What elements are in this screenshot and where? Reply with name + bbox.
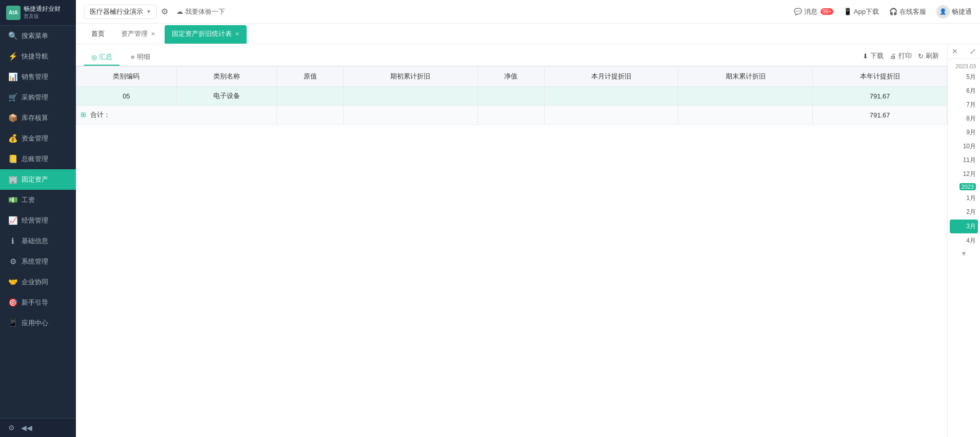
panel-expand-icon[interactable]: ⤢ — [970, 47, 976, 55]
sub-tab-summary-label: 汇总 — [99, 52, 112, 62]
sidebar-label-inventory: 库存核算 — [22, 113, 48, 123]
table-summary-row: ⊞ 合计： 791.67 — [76, 106, 947, 125]
date-month-5[interactable]: 5月 — [948, 70, 980, 84]
sidebar-item-basic-info[interactable]: ℹ 基础信息 — [0, 231, 76, 251]
tab-fixed-asset-depreciation[interactable]: 固定资产折旧统计表 ✕ — [165, 25, 247, 44]
sidebar-item-cooperation[interactable]: 🤝 企业协同 — [0, 272, 76, 292]
date-month-4[interactable]: 4月 — [948, 234, 980, 248]
message-badge: 99+ — [821, 8, 833, 15]
cell-monthly — [544, 87, 678, 106]
sidebar-nav: 🔍 搜索菜单 ⚡ 快捷导航 📊 销售管理 🛒 采购管理 📦 库存核算 💰 资金管… — [0, 26, 76, 418]
summary-expand-icon[interactable]: ⊞ — [81, 111, 86, 118]
content-main: ◎ 汇总 ≡ 明细 ⬇ 下载 🖨 打印 — [76, 44, 947, 437]
cell-net — [477, 87, 544, 106]
sidebar-label-app-center: 应用中心 — [22, 319, 48, 328]
tab-asset-management[interactable]: 资产管理 ✕ — [114, 25, 163, 44]
date-month-8[interactable]: 8月 — [948, 112, 980, 126]
date-month-11[interactable]: 11月 — [948, 153, 980, 167]
quick-nav-icon: ⚡ — [8, 52, 17, 61]
company-selector[interactable]: 医疗器械行业演示 ▼ — [84, 5, 157, 19]
message-label: 消息 — [804, 7, 817, 16]
sidebar: AtA 畅捷通好业财 普及版 🔍 搜索菜单 ⚡ 快捷导航 📊 销售管理 🛒 采购… — [0, 0, 76, 437]
panel-close-icon[interactable]: ✕ — [952, 47, 958, 55]
refresh-icon: ↻ — [918, 52, 924, 60]
date-month-3-active[interactable]: 3月 — [950, 220, 978, 233]
sidebar-item-guide[interactable]: 🎯 新手引导 — [0, 292, 76, 313]
sidebar-collapse-icon[interactable]: ◀◀ — [21, 424, 32, 432]
company-name: 医疗器械行业演示 — [90, 7, 143, 16]
refresh-button[interactable]: ↻ 刷新 — [918, 51, 939, 61]
download-icon: ⬇ — [863, 52, 868, 60]
experience-button[interactable]: ☁ 我要体验一下 — [176, 7, 227, 16]
tab-home[interactable]: 首页 — [84, 25, 112, 44]
date-month-6[interactable]: 6月 — [948, 84, 980, 98]
table-row[interactable]: 05 电子设备 791.67 — [76, 87, 947, 106]
capital-icon: 💰 — [8, 134, 17, 143]
sidebar-item-app-center[interactable]: 📱 应用中心 — [0, 313, 76, 333]
download-button[interactable]: ⬇ 下载 — [863, 51, 884, 61]
sidebar-item-system[interactable]: ⚙ 系统管理 — [0, 251, 76, 272]
sub-tab-summary[interactable]: ◎ 汇总 — [84, 49, 119, 66]
sidebar-label-purchase: 采购管理 — [22, 93, 48, 102]
sidebar-label-system: 系统管理 — [22, 257, 48, 266]
table-container: 类别编码 类别名称 原值 期初累计折旧 净值 本月计提折旧 期末累计折旧 本年计… — [76, 66, 947, 437]
sidebar-label-fixed-asset: 固定资产 — [22, 175, 48, 184]
sidebar-label-ledger: 总账管理 — [22, 154, 48, 164]
date-month-10[interactable]: 10月 — [948, 140, 980, 153]
col-header-annual: 本年计提折旧 — [813, 67, 947, 87]
col-header-end: 期末累计折旧 — [678, 67, 813, 87]
depreciation-table: 类别编码 类别名称 原值 期初累计折旧 净值 本月计提折旧 期末累计折旧 本年计… — [76, 66, 947, 125]
sidebar-item-quick-nav[interactable]: ⚡ 快捷导航 — [0, 46, 76, 67]
user-profile[interactable]: 👤 畅捷通 — [936, 5, 972, 18]
sidebar-item-salary[interactable]: 💵 工资 — [0, 190, 76, 210]
sidebar-item-capital[interactable]: 💰 资金管理 — [0, 128, 76, 149]
sidebar-item-sales[interactable]: 📊 销售管理 — [0, 67, 76, 87]
col-header-initial: 期初累计折旧 — [344, 67, 478, 87]
sidebar-label-guide: 新手引导 — [22, 298, 48, 307]
sidebar-item-ledger[interactable]: 📒 总账管理 — [0, 149, 76, 169]
sidebar-item-management[interactable]: 📈 经营管理 — [0, 210, 76, 231]
search-icon: 🔍 — [8, 31, 17, 41]
online-service-action[interactable]: 🎧 在线客服 — [889, 7, 926, 16]
year-2023-badge[interactable]: 2023 — [959, 183, 976, 190]
date-month-12[interactable]: 12月 — [948, 167, 980, 181]
sidebar-settings-icon[interactable]: ⚙ — [8, 424, 15, 432]
cell-original — [277, 87, 344, 106]
download-label: 下载 — [870, 51, 884, 61]
app-center-icon: 📱 — [8, 319, 17, 328]
header-settings-icon[interactable]: ⚙ — [161, 7, 168, 16]
sidebar-item-fixed-asset[interactable]: 🏢 固定资产 — [0, 169, 76, 190]
app-version: 普及版 — [24, 13, 61, 20]
col-header-net: 净值 — [477, 67, 544, 87]
app-download-action[interactable]: 📱 App下载 — [844, 7, 879, 16]
date-month-1[interactable]: 1月 — [948, 191, 980, 205]
sidebar-item-search[interactable]: 🔍 搜索菜单 — [0, 26, 76, 46]
sidebar-item-inventory[interactable]: 📦 库存核算 — [0, 108, 76, 128]
app-logo: AtA 畅捷通好业财 普及版 — [0, 0, 76, 26]
message-action[interactable]: 💬 消息 99+ — [794, 7, 833, 16]
print-button[interactable]: 🖨 打印 — [890, 51, 912, 61]
tab-depreciation-label: 固定资产折旧统计表 — [172, 29, 232, 38]
scroll-down-icon[interactable]: ▼ — [948, 248, 980, 260]
tab-depreciation-close-icon[interactable]: ✕ — [235, 31, 239, 37]
summary-icon: ◎ — [91, 53, 97, 61]
cell-initial — [344, 87, 478, 106]
avatar: 👤 — [936, 5, 950, 18]
sub-tab-detail[interactable]: ≡ 明细 — [124, 49, 157, 66]
detail-icon: ≡ — [131, 53, 135, 61]
print-label: 打印 — [898, 51, 912, 61]
cloud-icon: ☁ — [176, 8, 183, 15]
management-icon: 📈 — [8, 216, 17, 225]
sidebar-bottom: ⚙ ◀◀ — [0, 418, 76, 437]
inventory-icon: 📦 — [8, 113, 17, 123]
experience-label: 我要体验一下 — [185, 7, 225, 16]
salary-icon: 💵 — [8, 195, 17, 205]
cell-name: 电子设备 — [176, 87, 277, 106]
date-month-7[interactable]: 7月 — [948, 98, 980, 112]
table-body: 05 电子设备 791.67 ⊞ 合计： — [76, 87, 947, 125]
sidebar-item-purchase[interactable]: 🛒 采购管理 — [0, 87, 76, 108]
system-icon: ⚙ — [8, 257, 17, 266]
date-month-2[interactable]: 2月 — [948, 205, 980, 219]
date-month-9[interactable]: 9月 — [948, 126, 980, 140]
tab-asset-close-icon[interactable]: ✕ — [151, 31, 155, 37]
